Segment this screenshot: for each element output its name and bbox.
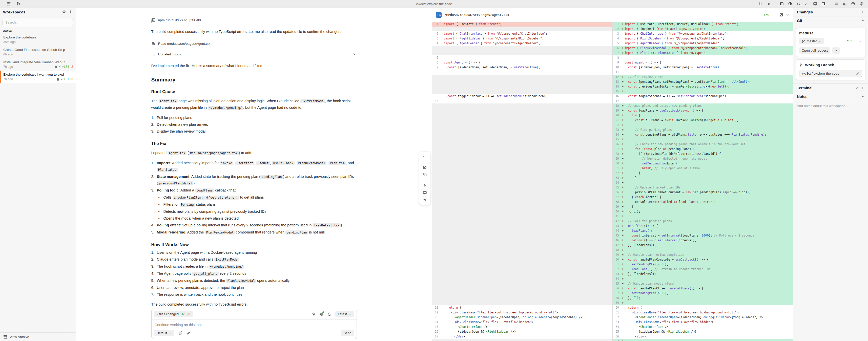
diff-line: 53+ }, [loadPlans]); — [613, 272, 793, 277]
more-horizontal-icon[interactable] — [423, 154, 427, 158]
workspace-item[interactable]: Create Good First Issues on Github So p6… — [0, 46, 76, 58]
copy-icon[interactable] — [423, 173, 427, 177]
spark-icon[interactable] — [312, 312, 316, 316]
view-archive-label: View Archive — [10, 335, 29, 339]
theme-icon[interactable] — [788, 2, 792, 6]
line-number: 45 — [613, 233, 621, 238]
list-marker: 1. — [151, 249, 156, 256]
plus-icon[interactable] — [69, 10, 73, 14]
line-number: 51 — [613, 262, 621, 267]
diff-slash-icon[interactable] — [423, 165, 427, 169]
code-text: }, []); — [625, 209, 793, 214]
terminal-prompt-icon[interactable] — [805, 2, 809, 6]
repo-more-menu[interactable] — [857, 39, 861, 43]
help-icon[interactable] — [851, 2, 855, 6]
open-pull-request-button[interactable]: Open pull request — [799, 47, 830, 54]
line-number: 58 — [613, 296, 621, 301]
message-input[interactable]: Continue working on this task... — [152, 319, 356, 328]
tool-call-row[interactable]: Read medusa/src/pages/Agent.tsx — [151, 41, 357, 45]
view-archive-button[interactable]: View Archive 0 — [0, 332, 76, 341]
code-text: } — [625, 205, 793, 209]
edit-branch-icon[interactable] — [856, 72, 859, 75]
checklist-icon[interactable] — [320, 312, 324, 316]
workspace-item[interactable]: Explore the codebase I want you to expl7… — [0, 70, 76, 83]
list-item-text: When a new pending plan is detected, the… — [157, 278, 290, 284]
diff-split-view: 1-import { useState } from "react";2impo… — [432, 22, 793, 341]
code-text: import { RightSidebar } from "@/componen… — [625, 36, 793, 41]
line-number: 36 — [613, 190, 621, 195]
layers-icon[interactable] — [62, 10, 66, 14]
chat-list-item: •Detects new plans by comparing against … — [158, 209, 357, 215]
ahead-count: 1 — [850, 39, 852, 43]
changes-section-header[interactable]: Changes — [793, 8, 868, 17]
diff-line: 1+import { useState, useEffect, useRef, … — [613, 22, 793, 27]
code-text: import { ChatInterface } from "@/compone… — [625, 31, 793, 36]
code-text: import { ChatInterface } from "@/compone… — [444, 31, 612, 36]
todos-icon — [151, 52, 155, 56]
line-number: 8 — [613, 55, 621, 60]
chat-list-item: 3.The hook script creates a file in ~/.m… — [151, 264, 357, 270]
files-changed-chip[interactable]: 2 files changed +61 -3 — [154, 311, 193, 317]
repo-card: medusa master 1 Open pull request — [796, 28, 865, 57]
diff-line: 41+ — [613, 214, 793, 219]
diff-marker: + — [621, 205, 625, 209]
line-number: 7 — [432, 65, 440, 70]
pen-icon[interactable] — [186, 331, 190, 335]
pull-request-options-button[interactable] — [832, 47, 840, 54]
megaphone-icon[interactable] — [843, 2, 847, 6]
notes-section-header[interactable]: Notes — [793, 92, 868, 101]
chevrons-up-icon[interactable] — [767, 2, 771, 6]
code-text: try { — [625, 113, 793, 118]
mode-dropdown[interactable]: Default — [154, 330, 174, 336]
pause-icon[interactable] — [758, 2, 763, 6]
play-icon[interactable] — [423, 183, 427, 187]
chevron-down-icon — [818, 40, 822, 43]
monitor-icon[interactable] — [423, 191, 427, 195]
tool-call-row[interactable]: Updated Todos — [151, 52, 357, 56]
code-text: import { PlanReviewModal } from "@/compo… — [625, 46, 793, 51]
send-button[interactable]: Send — [341, 330, 354, 336]
fork-icon[interactable] — [796, 2, 800, 6]
file-count: 2 — [61, 78, 63, 81]
search-input[interactable]: Search... — [3, 19, 73, 26]
gear-icon[interactable] — [859, 2, 863, 6]
workspace-item-time: 35m ago — [3, 40, 16, 44]
archive-box-icon[interactable] — [7, 2, 11, 6]
line-number: 29 — [613, 156, 621, 161]
diff-line: 36+ previousPlanIdsRef.current = new Set… — [613, 190, 793, 195]
diff-marker: + — [621, 46, 625, 51]
compare-icon[interactable] — [423, 198, 427, 202]
chat-scroll-area[interactable]: npm run build 2>&1 | tail -80The build c… — [76, 8, 432, 309]
chevron-down-icon — [168, 332, 172, 335]
expand-terminal-icon[interactable] — [856, 86, 859, 90]
diff-view-toggle-icon[interactable] — [779, 13, 783, 17]
chat-list-item: 6.User can review, annotate, approve, or… — [151, 285, 357, 291]
chevron-down-icon[interactable] — [353, 52, 357, 56]
exit-icon[interactable] — [17, 2, 21, 6]
workspace-item[interactable]: Explore the codebase35m ago — [0, 33, 76, 46]
code-text: loadPlans(); — [625, 228, 793, 233]
working-branch-input[interactable]: vk/3ccf-explore-the-code — [799, 70, 862, 77]
diff-marker — [621, 41, 625, 46]
terminal-label: Terminal — [797, 86, 812, 90]
line-number: 14 — [613, 84, 621, 89]
workspace-item[interactable]: Install and integrate Vibe Kanban Web C7… — [0, 58, 76, 70]
monitor-icon[interactable] — [813, 2, 817, 6]
git-section-header[interactable]: Git — [793, 17, 868, 25]
panel-left-icon[interactable] — [780, 2, 784, 6]
collapse-file-icon[interactable] — [786, 13, 789, 17]
chat-paragraph: The build completed successfully with no… — [151, 301, 357, 308]
notes-input[interactable]: Add notes about this workspace... — [793, 101, 868, 111]
terminal-section-header[interactable]: Terminal — [793, 84, 868, 92]
menu-icon[interactable] — [834, 2, 838, 6]
tool-call-row[interactable]: npm run build 2>&1 | tail -80 — [151, 18, 357, 22]
panel-right-icon[interactable] — [822, 2, 826, 6]
paperclip-icon[interactable] — [178, 331, 182, 335]
branch-selector[interactable]: master — [799, 38, 824, 44]
diff-line: 3import { ChatInterface } from "@/compon… — [613, 31, 793, 36]
list-item-text: Modal rendering: Added the PlanReviewMod… — [157, 229, 325, 236]
workspace-item-meta: 7h ago2+61-3 — [3, 78, 73, 81]
diff-file-header[interactable]: TS /medusa/medusa/src/pages/Agent.tsx +5… — [432, 8, 793, 22]
latest-dropdown[interactable]: Latest — [335, 311, 354, 317]
chevron-down-icon — [835, 49, 838, 52]
